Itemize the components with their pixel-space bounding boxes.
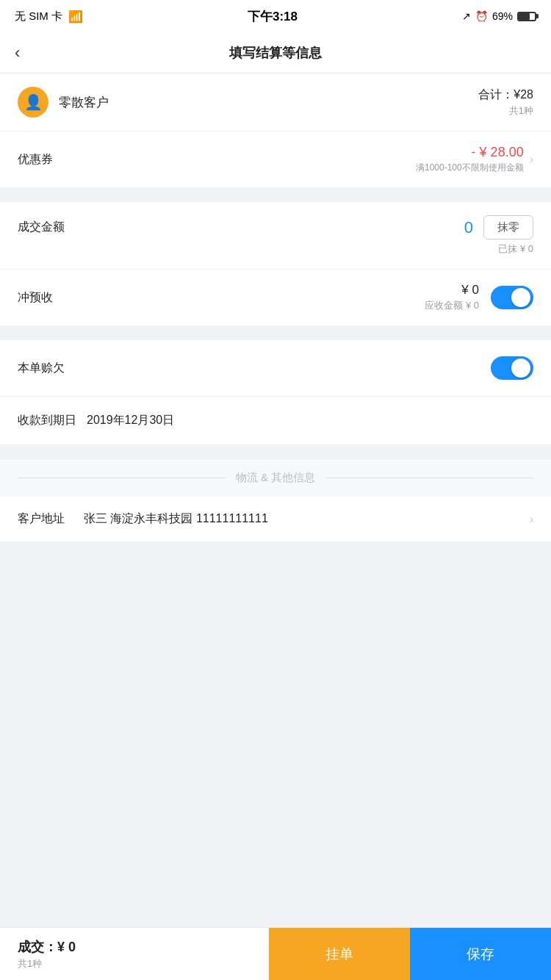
alarm-icon: ⏰: [475, 10, 488, 22]
toggle-knob: [511, 288, 530, 307]
coupon-label: 优惠券: [18, 152, 53, 167]
logistics-divider: 物流 & 其他信息: [18, 471, 533, 485]
bottom-bar: 成交：¥ 0 共1种 挂单 保存: [0, 927, 551, 980]
deal-sub: 已抹 ¥ 0: [498, 242, 533, 256]
credit-toggle-knob: [511, 359, 530, 378]
status-right: ↗ ⏰ 69%: [462, 10, 536, 22]
advance-values: ¥ 0 应收金额 ¥ 0: [425, 283, 479, 312]
page-title: 填写结算等信息: [229, 44, 322, 62]
advance-right: ¥ 0 应收金额 ¥ 0: [425, 283, 533, 312]
deal-value-row: 0 抹零: [464, 215, 533, 239]
deal-label: 成交金额: [18, 220, 65, 235]
address-label: 客户地址: [18, 511, 76, 527]
location-icon: ↗: [462, 10, 471, 22]
credit-label: 本单赊欠: [18, 361, 65, 376]
customer-row: 👤 零散客户 合计：¥28 共1种: [0, 73, 551, 131]
credit-toggle[interactable]: [491, 356, 533, 380]
advance-row: 冲预收 ¥ 0 应收金额 ¥ 0: [0, 269, 551, 325]
address-chevron-icon: ›: [530, 513, 533, 526]
coupon-right: - ¥ 28.00 满1000-100不限制使用金额 ›: [416, 145, 533, 174]
section-divider-3: [0, 452, 551, 459]
advance-amount: ¥ 0: [425, 283, 479, 298]
battery-icon: [517, 12, 536, 21]
address-row[interactable]: 客户地址 张三 海淀永丰科技园 11111111111 ›: [0, 497, 551, 541]
section-divider-2: [0, 333, 551, 340]
deal-value: 0: [464, 218, 473, 237]
bottom-count: 共1种: [18, 957, 251, 970]
address-value: 张三 海淀永丰科技园 11111111111: [76, 511, 530, 527]
avatar-icon: 👤: [24, 93, 43, 111]
bottom-deal-value: ¥ 0: [57, 940, 76, 954]
advance-sub: 应收金额 ¥ 0: [425, 299, 479, 312]
bottom-info: 成交：¥ 0 共1种: [0, 928, 269, 980]
deal-row: 成交金额 0 抹零 已抹 ¥ 0: [0, 202, 551, 269]
customer-left: 👤 零散客户: [18, 87, 109, 118]
round-button[interactable]: 抹零: [483, 215, 533, 239]
spacer: [0, 549, 551, 637]
carrier-text: 无 SIM 卡: [15, 10, 62, 24]
divider-line-left: [18, 478, 226, 478]
logistics-section: 物流 & 其他信息 客户地址 张三 海淀永丰科技园 11111111111 ›: [0, 459, 551, 541]
bottom-deal: 成交：¥ 0: [18, 938, 251, 956]
coupon-chevron-icon: ›: [530, 153, 533, 166]
coupon-desc: 满1000-100不限制使用金额: [416, 162, 524, 174]
bottom-deal-label: 成交：: [18, 940, 57, 954]
coupon-amount: - ¥ 28.00: [416, 145, 524, 160]
customer-section: 👤 零散客户 合计：¥28 共1种 优惠券 - ¥ 28.00 满1000-10…: [0, 73, 551, 187]
battery-text: 69%: [492, 10, 513, 22]
customer-name: 零散客户: [59, 94, 109, 111]
status-left: 无 SIM 卡 📶: [15, 10, 83, 24]
credit-section: 本单赊欠 收款到期日 2019年12月30日: [0, 340, 551, 444]
due-value: 2019年12月30日: [87, 413, 174, 428]
coupon-info: - ¥ 28.00 满1000-100不限制使用金额: [416, 145, 524, 174]
hold-button[interactable]: 挂单: [269, 928, 410, 980]
divider-line-right: [325, 478, 533, 478]
customer-right: 合计：¥28 共1种: [478, 87, 533, 118]
status-time: 下午3:18: [248, 8, 298, 25]
deal-section: 成交金额 0 抹零 已抹 ¥ 0 冲预收 ¥ 0 应收金额 ¥ 0: [0, 202, 551, 325]
credit-row: 本单赊欠: [0, 340, 551, 396]
advance-label: 冲预收: [18, 290, 53, 306]
back-button[interactable]: ‹: [15, 43, 20, 62]
section-divider-1: [0, 195, 551, 202]
save-button[interactable]: 保存: [410, 928, 551, 980]
due-row: 收款到期日 2019年12月30日: [0, 396, 551, 444]
content: 👤 零散客户 合计：¥28 共1种 优惠券 - ¥ 28.00 满1000-10…: [0, 73, 551, 637]
logistics-header: 物流 & 其他信息: [0, 459, 551, 497]
customer-count: 共1种: [478, 104, 533, 118]
customer-total: 合计：¥28: [478, 87, 533, 103]
nav-bar: ‹ 填写结算等信息: [0, 32, 551, 73]
deal-right: 0 抹零 已抹 ¥ 0: [464, 215, 533, 256]
advance-toggle[interactable]: [491, 286, 533, 309]
logistics-title: 物流 & 其他信息: [236, 471, 315, 485]
coupon-row[interactable]: 优惠券 - ¥ 28.00 满1000-100不限制使用金额 ›: [0, 131, 551, 187]
avatar: 👤: [18, 87, 48, 118]
wifi-icon: 📶: [68, 10, 83, 24]
status-bar: 无 SIM 卡 📶 下午3:18 ↗ ⏰ 69%: [0, 0, 551, 32]
due-label: 收款到期日: [18, 413, 76, 428]
